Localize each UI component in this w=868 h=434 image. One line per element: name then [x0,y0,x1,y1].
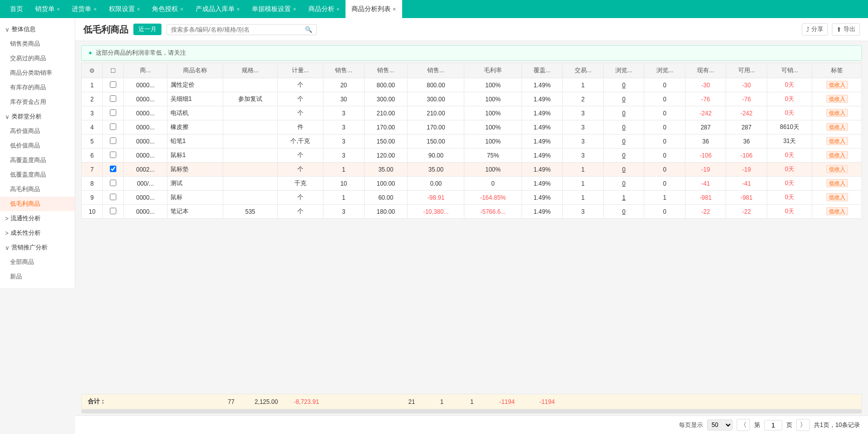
nav-item-单据模板设置[interactable]: 单据模板设置 × [246,0,302,18]
nav-close-icon[interactable]: × [93,6,96,12]
nav-close-icon[interactable]: × [336,6,339,12]
table-row[interactable]: 9 0000... 鼠标 个 1 60.00 -98.91 -164.85% 1… [82,191,862,205]
row-checkbox[interactable] [103,191,124,205]
col-settings[interactable]: ⚙ [82,63,103,78]
col-sales-amount[interactable]: 销售... [408,63,464,78]
nav-close-icon[interactable]: × [393,6,396,12]
row-checkbox[interactable] [103,134,124,149]
nav-item-商品分析[interactable]: 商品分析 × [302,0,345,18]
sidebar-group-营销推广分析[interactable]: ∨营销推广分析 [0,240,75,255]
table-row[interactable]: 1 0000... 属性定价 个 20 800.00 800.00 100% 1… [82,78,862,92]
sidebar-group-类群堂分析[interactable]: ∨类群堂分析 [0,109,75,124]
table-row[interactable]: 8 000/... 测试 千克 10 100.00 0.00 0 1.49% 1… [82,177,862,191]
col-transaction[interactable]: 交易... [563,63,604,78]
sidebar-group-成长性分析[interactable]: >成长性分析 [0,226,75,240]
row-spec [223,78,277,92]
nav-item-销货单[interactable]: 销货单 × [29,0,66,18]
nav-close-icon[interactable]: × [293,6,296,12]
col-spec[interactable]: 规格... [223,63,277,78]
sidebar-item-高毛利商品[interactable]: 高毛利商品 [0,182,75,197]
search-box[interactable]: 🔍 [166,24,317,35]
col-sales-qty[interactable]: 销售... [323,63,365,78]
sidebar-item-低毛利商品[interactable]: 低毛利商品 [0,197,75,211]
row-browse2: 0 [644,163,685,177]
col-gross-margin[interactable]: 毛利率 [464,63,522,78]
sidebar-item-交易过的商品[interactable]: 交易过的商品 [0,51,75,66]
row-browse1[interactable]: 1 [603,191,644,205]
sidebar-item-低价值商品[interactable]: 低价值商品 [0,138,75,153]
table-row[interactable]: 2 0000... 吴细细1 参加复试 个 30 300.00 300.00 1… [82,92,862,106]
nav-item-产成品入库单[interactable]: 产成品入库单 × [190,0,246,18]
sidebar-item-库存资金占用[interactable]: 库存资金占用 [0,95,75,109]
nav-close-icon[interactable]: × [57,6,60,12]
col-current-stock[interactable]: 现有... [685,63,726,78]
nav-item-首页[interactable]: 首页 [4,0,29,18]
table-row[interactable]: 3 0000... 电话机 个 3 210.00 210.00 100% 1.4… [82,106,862,120]
table-row[interactable]: 10 0000... 笔记本 535 个 3 180.00 -10,380...… [82,205,862,219]
row-browse1[interactable]: 0 [603,163,644,177]
col-browse1[interactable]: 浏览... [603,63,644,78]
col-browse2[interactable]: 浏览... [644,63,685,78]
col-tag[interactable]: 标签 [812,63,862,78]
share-button[interactable]: ⤴ 分享 [802,23,828,36]
table-row[interactable]: 6 0000... 鼠标1 个 3 120.00 90.00 75% 1.49%… [82,149,862,163]
page-number-input[interactable] [764,420,782,430]
row-browse1[interactable]: 0 [603,106,644,120]
row-checkbox[interactable] [103,78,124,92]
nav-close-icon[interactable]: × [237,6,240,12]
col-checkbox[interactable]: ☐ [103,63,124,78]
search-icon[interactable]: 🔍 [305,26,312,33]
filter-button[interactable]: 近一月 [133,24,161,35]
next-page-button[interactable]: 〉 [796,419,810,431]
per-page-select[interactable]: 50 100 200 [707,419,733,430]
nav-close-icon[interactable]: × [180,6,183,12]
export-button[interactable]: ⬆ 导出 [832,23,860,36]
sidebar-item-有库存的商品[interactable]: 有库存的商品 [0,80,75,95]
table-row[interactable]: 5 0000... 铅笔1 个,千克 3 150.00 150.00 100% … [82,134,862,149]
row-checkbox[interactable] [103,177,124,191]
row-browse1[interactable]: 0 [603,149,644,163]
sidebar-group-整体信息[interactable]: ∨整体信息 [0,22,75,37]
row-checkbox[interactable] [103,120,124,134]
sidebar-group-流通性分析[interactable]: >流通性分析 [0,211,75,226]
nav-item-角色授权[interactable]: 角色授权 × [146,0,189,18]
horizontal-scrollbar[interactable] [81,409,862,413]
sidebar-item-商品分类助销率[interactable]: 商品分类助销率 [0,66,75,80]
table-container[interactable]: ⚙ ☐ 商... 商品名称 规格... 计量... 销售... 销售... 销售… [81,63,862,394]
col-code[interactable]: 商... [124,63,167,78]
row-checkbox[interactable] [103,149,124,163]
row-browse1[interactable]: 0 [603,205,644,219]
row-checkbox[interactable] [103,205,124,219]
row-checkbox[interactable] [103,92,124,106]
sidebar-item-全部商品[interactable]: 全部商品 [0,255,75,269]
row-sales-price: 35.00 [364,163,408,177]
col-unit[interactable]: 计量... [277,63,323,78]
row-checkbox[interactable] [103,163,124,177]
col-saleable[interactable]: 可销... [767,63,812,78]
nav-item-商品分析列表[interactable]: 商品分析列表 × [345,0,402,18]
col-sales-price[interactable]: 销售... [364,63,408,78]
nav-item-权限设置[interactable]: 权限设置 × [103,0,146,18]
row-checkbox[interactable] [103,106,124,120]
row-browse1[interactable]: 0 [603,134,644,149]
sidebar-item-低覆盖度商品[interactable]: 低覆盖度商品 [0,168,75,182]
nav-close-icon[interactable]: × [137,6,140,12]
sidebar-item-高覆盖度商品[interactable]: 高覆盖度商品 [0,153,75,168]
sidebar-item-销售类商品[interactable]: 销售类商品 [0,37,75,51]
col-available[interactable]: 可用... [726,63,767,78]
prev-page-button[interactable]: 〈 [737,419,750,431]
search-input[interactable] [171,26,305,33]
row-current-stock: -981 [685,191,726,205]
col-coverage[interactable]: 覆盖... [522,63,563,78]
col-name[interactable]: 商品名称 [167,63,223,78]
sidebar-item-高价值商品[interactable]: 高价值商品 [0,124,75,138]
row-browse1[interactable]: 0 [603,177,644,191]
row-browse1[interactable]: 0 [603,78,644,92]
table-row[interactable]: 7 0002... 鼠标垫 个 1 35.00 35.00 100% 1.49%… [82,163,862,177]
row-browse1[interactable]: 0 [603,92,644,106]
row-no: 1 [82,78,103,92]
row-browse1[interactable]: 0 [603,120,644,134]
table-row[interactable]: 4 0000... 橡皮擦 件 3 170.00 170.00 100% 1.4… [82,120,862,134]
nav-item-进货单[interactable]: 进货单 × [66,0,102,18]
sidebar-item-新品[interactable]: 新品 [0,269,75,284]
